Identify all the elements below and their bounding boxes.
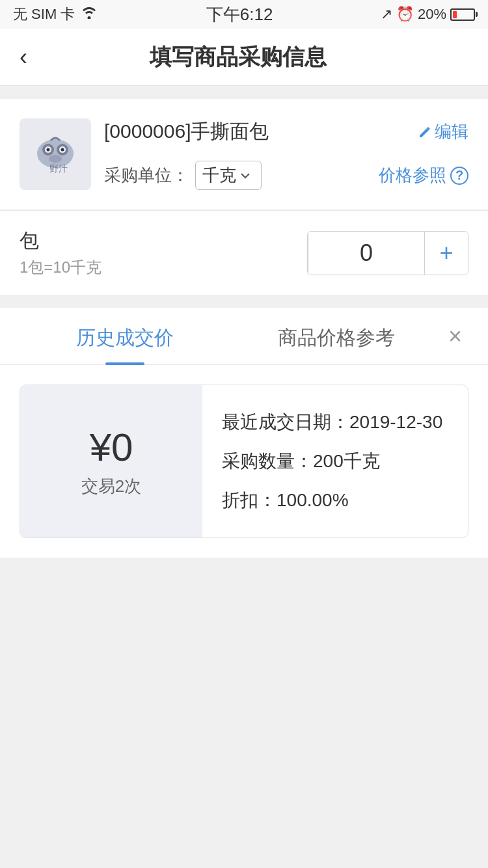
quantity-unit: 包: [20, 228, 102, 254]
svg-point-5: [47, 148, 50, 152]
quantity-row: 包 1包=10千克 +: [0, 210, 488, 295]
alarm-icon: ⏰: [396, 6, 414, 23]
product-info: [0000006]手撕面包 编辑 采购单位： 千克 价格参照 ?: [104, 118, 468, 190]
battery-pct: 20%: [418, 6, 446, 23]
product-logo-icon: 野汁: [33, 128, 78, 181]
transaction-right: 最近成交日期：2019-12-30 采购数量：200千克 折扣：100.00%: [202, 385, 468, 537]
tab-price-reference[interactable]: 商品价格参考: [230, 308, 441, 364]
transaction-price: ¥0: [90, 425, 133, 470]
wifi-icon: [80, 6, 98, 23]
bottom-area: [0, 558, 488, 868]
purchase-unit-label: 采购单位：: [104, 164, 189, 187]
tab-history-price[interactable]: 历史成交价: [20, 308, 230, 364]
status-time: 下午6:12: [206, 3, 273, 26]
svg-text:野汁: 野汁: [49, 163, 68, 173]
quantity-input[interactable]: [308, 232, 425, 275]
edit-button[interactable]: 编辑: [418, 120, 468, 143]
product-name: [0000006]手撕面包: [104, 118, 269, 145]
transaction-date: 最近成交日期：2019-12-30: [222, 409, 448, 436]
quantity-plus-button[interactable]: +: [425, 232, 468, 275]
quantity-controls: +: [307, 231, 468, 275]
product-image: 野汁: [20, 118, 91, 190]
svg-point-6: [61, 148, 64, 152]
transaction-qty: 采购数量：200千克: [222, 448, 448, 475]
price-reference-button[interactable]: 价格参照 ?: [379, 164, 468, 187]
product-top-row: [0000006]手撕面包 编辑: [104, 118, 468, 145]
status-bar: 无 SIM 卡 下午6:12 ↗ ⏰ 20%: [0, 0, 488, 29]
page-title: 填写商品采购信息: [34, 42, 442, 72]
purchase-row: 采购单位： 千克 价格参照 ?: [104, 161, 468, 190]
quantity-conversion: 1包=10千克: [20, 257, 102, 278]
carrier-text: 无 SIM 卡: [13, 5, 75, 24]
tab-header: 历史成交价 商品价格参考 ×: [0, 308, 488, 365]
transaction-left: ¥0 交易2次: [20, 385, 202, 537]
quantity-label: 包 1包=10千克: [20, 228, 102, 278]
status-right: ↗ ⏰ 20%: [381, 6, 475, 23]
product-card: 野汁 [0000006]手撕面包 编辑 采购单位： 千克 价格参照: [0, 99, 488, 210]
info-icon: ?: [450, 167, 468, 185]
transaction-count: 交易2次: [81, 475, 141, 498]
purchase-unit: 采购单位： 千克: [104, 161, 262, 190]
battery-icon: [450, 8, 475, 21]
status-left: 无 SIM 卡: [13, 5, 98, 24]
tab-close-button[interactable]: ×: [442, 318, 468, 355]
transaction-card: ¥0 交易2次 最近成交日期：2019-12-30 采购数量：200千克 折扣：…: [20, 385, 468, 538]
back-button[interactable]: ‹: [20, 37, 34, 77]
unit-select[interactable]: 千克: [195, 161, 262, 190]
tab-panel: 历史成交价 商品价格参考 × ¥0 交易2次 最近成交日期：2019-12-30…: [0, 308, 488, 558]
page-header: ‹ 填写商品采购信息: [0, 29, 488, 86]
svg-point-7: [49, 155, 62, 163]
location-icon: ↗: [381, 6, 392, 23]
tab-content: ¥0 交易2次 最近成交日期：2019-12-30 采购数量：200千克 折扣：…: [0, 365, 488, 558]
transaction-discount: 折扣：100.00%: [222, 487, 448, 514]
